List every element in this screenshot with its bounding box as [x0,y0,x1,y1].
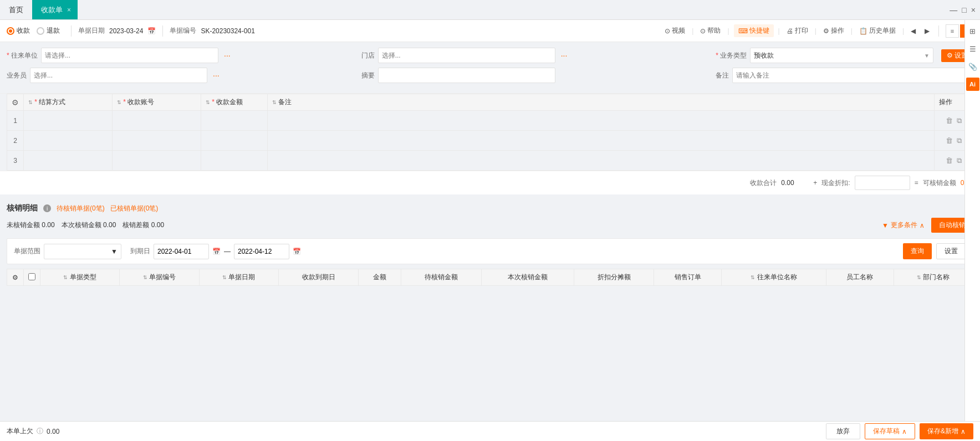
main-scroll: 往来单位 ··· 门店 ··· 业务类型 预收款 ▼ ⚙ 设置 [0,42,980,286]
right-panel-attach-icon[interactable]: 📎 [966,60,979,73]
date-range: 到期日 📅 — 📅 [130,244,301,259]
tab-home[interactable]: 首页 [0,0,32,19]
total-value: 0.00 [781,179,809,187]
date-from-input[interactable] [154,244,209,259]
bottom-table-section: ⚙ ⇅ 单据类型 ⇅ 单据编号 [7,269,973,286]
remark-input[interactable] [378,68,555,83]
form-row-1: 往来单位 ··· 门店 ··· 业务类型 预收款 ▼ ⚙ 设置 [7,48,973,63]
bth-gear[interactable]: ⚙ [7,269,24,286]
party-field: 往来单位 ··· [7,48,350,63]
discount-label: 现金折扣: [821,178,850,188]
row-1-amount[interactable] [201,111,268,131]
row-2-account[interactable] [113,131,201,151]
copy-icon-2[interactable]: ⧉ [957,136,962,145]
range-label: 单据范围 [14,247,40,256]
maximize-button[interactable]: □ [962,6,966,14]
divider-2 [162,25,163,37]
party-more-btn[interactable]: ··· [224,51,231,60]
history-btn[interactable]: 📋 历史单据 [857,25,898,37]
date-range-separator: — [224,248,231,255]
this-cancel-label: 本次核销金额 [62,221,101,229]
verify-table: ⚙ ⇅ 单据类型 ⇅ 单据编号 [7,269,973,286]
more-conditions-btn[interactable]: ▼ 更多条件 ∧ [882,221,925,230]
pending-tab[interactable]: 待核销单据(0笔) [57,204,105,213]
staff-more-btn[interactable]: ··· [213,71,220,80]
copy-icon-1[interactable]: ⧉ [957,116,962,125]
range-select[interactable]: ▼ [44,244,121,259]
delete-icon-2[interactable]: 🗑 [946,136,953,145]
remark-label: 摘要 [361,71,375,80]
row-3-settle[interactable] [24,151,113,171]
row-2-settle[interactable] [24,131,113,151]
bth-pending-cancel: 待核销金额 [401,269,482,286]
query-btn[interactable]: 查询 [903,243,932,259]
done-tab[interactable]: 已核销单据(0笔) [110,204,159,213]
delete-icon-1[interactable]: 🗑 [946,116,953,125]
party-label: 往来单位 [7,51,38,60]
row-3-amount[interactable] [201,151,268,171]
right-panel-list-icon[interactable]: ☰ [966,42,979,55]
th-gear[interactable]: ⚙ [7,94,24,111]
row-2-note[interactable] [268,131,935,151]
settings-icon: ⚙ [947,52,953,59]
date-to-input[interactable] [234,244,289,259]
receipt-type-radio-group: 收款 退款 [7,26,60,35]
layout-btn-1[interactable]: ≡ [946,24,959,38]
more-conditions-label: 更多条件 [891,221,917,230]
close-button[interactable]: × [971,6,976,14]
row-1-note[interactable] [268,111,935,131]
btable-gear-icon[interactable]: ⚙ [12,274,18,281]
copy-icon-3[interactable]: ⧉ [957,156,962,165]
store-input[interactable] [378,48,555,63]
video-btn[interactable]: ⊙ 视频 [662,25,687,37]
party-input[interactable] [41,48,218,63]
staff-input[interactable] [30,68,207,83]
tab-close-icon[interactable]: × [67,6,71,14]
radio-receipt[interactable]: 收款 [7,26,30,35]
delete-icon-3[interactable]: 🗑 [946,156,953,165]
next-btn[interactable]: ▶ [922,26,932,36]
no-value: SK-20230324-001 [201,27,254,35]
right-panel-ai-icon[interactable]: Ai [966,78,979,91]
tab-receipt[interactable]: 收款单 × [32,0,78,19]
verify-info-icon[interactable]: i [43,204,51,212]
th-settle-method: ⇅ * 结算方式 [24,94,113,111]
row-2-amount[interactable] [201,131,268,151]
biz-type-value: 预收款 [754,51,774,60]
calendar-icon[interactable]: 📅 [147,27,156,35]
calendar-to-icon[interactable]: 📅 [293,248,301,255]
note-input[interactable] [732,68,973,83]
row-3-note[interactable] [268,151,935,171]
biz-type-select[interactable]: 预收款 ▼ [750,48,933,63]
receipt-table: ⚙ ⇅ * 结算方式 ⇅ * 收款账号 ⇅ * 收款 [7,94,973,171]
right-panel-table-icon[interactable]: ⊞ [966,24,979,38]
diff-item: 核销差额 0.00 [122,221,164,230]
radio-receipt-label: 收款 [17,26,30,35]
print-btn[interactable]: 🖨 打印 [784,25,810,37]
select-all-checkbox[interactable] [28,273,35,280]
prev-btn[interactable]: ◀ [908,26,918,36]
shortcut-btn[interactable]: ⌨ 快捷键 [734,24,774,37]
row-3-account[interactable] [113,151,201,171]
help-btn[interactable]: ⊙ 帮助 [698,25,723,37]
operation-btn[interactable]: ⚙ 操作 [821,25,846,37]
minimize-button[interactable]: — [950,6,957,14]
print-icon: 🖨 [787,27,793,35]
calendar-from-icon[interactable]: 📅 [212,248,221,255]
bth-sales-order: 销售订单 [654,269,722,286]
verify-settings-btn[interactable]: 设置 [936,243,966,259]
bth-this-cancel: 本次核销金额 [481,269,574,286]
table-row: 2 🗑 ⧉ [7,131,973,151]
table-gear-icon[interactable]: ⚙ [12,98,19,107]
row-1-account[interactable] [113,111,201,131]
verify-header: 核销明细 i 待核销单据(0笔) 已核销单据(0笔) [7,203,973,213]
discount-input[interactable] [855,176,910,190]
th-receipt-account: ⇅ * 收款账号 [113,94,201,111]
table-row: 1 🗑 ⧉ [7,111,973,131]
biz-type-field: 业务类型 预收款 ▼ ⚙ 设置 [716,48,973,63]
uncancelled-label: 未核销金额 [7,221,40,229]
radio-refund[interactable]: 退款 [37,26,60,35]
store-more-btn[interactable]: ··· [561,51,568,60]
bth-check[interactable] [24,269,40,286]
row-1-settle[interactable] [24,111,113,131]
